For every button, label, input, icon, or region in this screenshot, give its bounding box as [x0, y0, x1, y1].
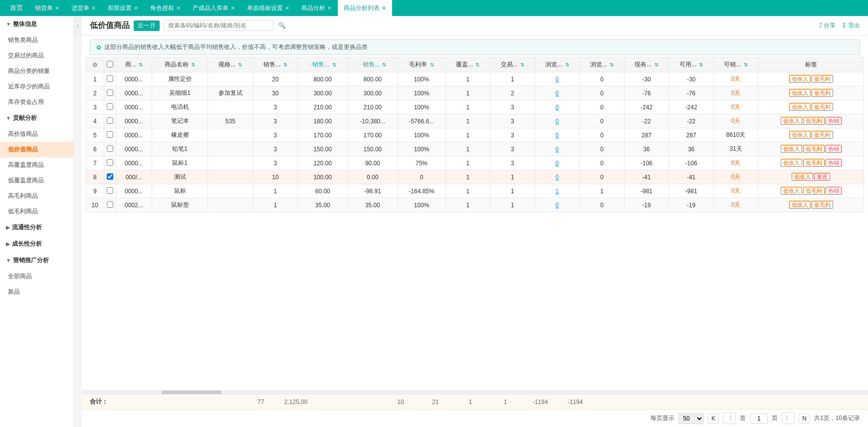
nav-sales[interactable]: 销货单 ✕	[29, 0, 65, 16]
sort-icon-spec[interactable]: ⇅	[238, 62, 242, 67]
view1-link[interactable]: 0	[556, 90, 559, 97]
row-checkbox[interactable]	[107, 89, 113, 96]
sort-icon-sale2[interactable]: ⇅	[332, 62, 336, 67]
view1-link[interactable]: 0	[556, 174, 559, 181]
cell-checkbox[interactable]	[104, 128, 116, 142]
sidebar-item-low-value[interactable]: 低价值商品	[0, 142, 73, 157]
sort-icon-sale3[interactable]: ⇅	[382, 62, 386, 67]
sidebar-group-growth[interactable]: ▶ 成长性分析	[0, 236, 73, 252]
nav-close-template[interactable]: ✕	[285, 5, 289, 11]
next-page-button[interactable]: 〉	[782, 413, 795, 424]
sidebar-item-low-stock[interactable]: 近库存少的商品	[0, 79, 73, 94]
sidebar-group-overall[interactable]: ▼ 整体信息	[0, 16, 73, 32]
cell-checkbox[interactable]	[104, 86, 116, 100]
cell-view1[interactable]: 0	[535, 128, 580, 142]
nav-close-analysis[interactable]: ✕	[327, 5, 332, 11]
cell-view1[interactable]: 0	[535, 156, 580, 170]
search-input[interactable]	[164, 20, 273, 31]
nav-close-purchase[interactable]: ✕	[91, 5, 96, 11]
cell-checkbox[interactable]	[104, 142, 116, 156]
row-checkbox[interactable]	[107, 131, 113, 138]
sidebar-item-high-coverage[interactable]: 高覆盖度商品	[0, 157, 73, 173]
nav-purchase[interactable]: 进货单 ✕	[65, 0, 102, 16]
nav-inventory[interactable]: 产成品入库单 ✕	[187, 0, 241, 16]
share-button[interactable]: ⤴ 分享	[819, 21, 836, 30]
sidebar-item-low-coverage[interactable]: 低覆盖度商品	[0, 173, 73, 188]
sort-icon-gross[interactable]: ⇅	[430, 62, 434, 67]
row-checkbox[interactable]	[107, 75, 113, 82]
cell-checkbox[interactable]	[104, 198, 116, 212]
nav-close-analysis-list[interactable]: ✕	[382, 5, 386, 11]
sidebar-collapse-button[interactable]: ‹	[74, 16, 82, 36]
nav-home[interactable]: 首页	[4, 0, 29, 16]
sidebar-group-marketing[interactable]: ▼ 营销推广分析	[0, 252, 73, 269]
view1-link[interactable]: 0	[556, 160, 559, 167]
sidebar-item-stock-funds[interactable]: 库存资金占用	[0, 94, 73, 110]
view1-link[interactable]: 0	[556, 104, 559, 111]
sort-icon-saleable[interactable]: ⇅	[744, 62, 748, 67]
cell-view1[interactable]: 1	[535, 184, 580, 198]
view1-link[interactable]: 1	[556, 188, 559, 195]
export-button[interactable]: ↧ 导出	[842, 21, 860, 30]
cell-view1[interactable]: 0	[535, 100, 580, 114]
sort-icon-view1[interactable]: ⇅	[565, 62, 569, 67]
sort-icon-trade[interactable]: ⇅	[520, 62, 524, 67]
cell-view1[interactable]: 0	[535, 86, 580, 100]
sort-icon-avail[interactable]: ⇅	[699, 62, 703, 67]
sidebar-group-contribution[interactable]: ▼ 贡献分析	[0, 110, 73, 126]
nav-permission[interactable]: 权限设置 ✕	[102, 0, 144, 16]
view1-link[interactable]: 0	[556, 118, 559, 125]
cell-view1[interactable]: 0	[535, 72, 580, 86]
view1-link[interactable]: 0	[556, 202, 559, 209]
row-checkbox[interactable]	[107, 159, 113, 166]
sidebar-item-traded[interactable]: 交易过的商品	[0, 48, 73, 63]
sidebar-item-new-products[interactable]: 新品	[0, 284, 73, 300]
cell-view1[interactable]: 0	[535, 142, 580, 156]
first-page-button[interactable]: K	[708, 414, 719, 424]
cell-checkbox[interactable]	[104, 156, 116, 170]
filter-button[interactable]: 近一月	[134, 20, 160, 31]
cell-checkbox[interactable]	[104, 114, 116, 128]
row-checkbox[interactable]	[107, 117, 113, 124]
nav-analysis[interactable]: 商品分析 ✕	[295, 0, 338, 16]
view1-link[interactable]: 0	[556, 146, 559, 153]
nav-role[interactable]: 角色授权 ✕	[144, 0, 187, 16]
cell-checkbox[interactable]	[104, 184, 116, 198]
row-checkbox[interactable]	[107, 173, 113, 180]
nav-close-role[interactable]: ✕	[176, 5, 181, 11]
sort-icon-view2[interactable]: ⇅	[610, 62, 614, 67]
nav-close-permission[interactable]: ✕	[134, 5, 138, 11]
cell-view1[interactable]: 0	[535, 198, 580, 212]
sort-icon-sale1[interactable]: ⇅	[283, 62, 287, 67]
sort-icon-code[interactable]: ⇅	[139, 62, 143, 67]
th-gear[interactable]: ⚙	[86, 57, 104, 72]
sidebar-item-low-margin[interactable]: 低毛利商品	[0, 204, 73, 219]
sidebar-item-high-margin[interactable]: 高毛利商品	[0, 188, 73, 204]
sidebar-item-sales-products[interactable]: 销售类商品	[0, 32, 73, 48]
page-number-input[interactable]	[750, 414, 768, 424]
view1-link[interactable]: 0	[556, 76, 559, 83]
view1-link[interactable]: 0	[556, 132, 559, 139]
cell-view1[interactable]: 0	[535, 114, 580, 128]
nav-analysis-list[interactable]: 商品分析列表 ✕	[338, 0, 392, 16]
cell-checkbox[interactable]	[104, 72, 116, 86]
row-checkbox[interactable]	[107, 187, 113, 194]
cell-view1[interactable]: 0	[535, 170, 580, 184]
gear-icon[interactable]: ⚙	[92, 61, 98, 68]
row-checkbox[interactable]	[107, 201, 113, 208]
nav-close-inventory[interactable]: ✕	[230, 5, 235, 11]
cell-checkbox[interactable]	[104, 100, 116, 114]
select-all-checkbox[interactable]	[107, 61, 113, 67]
sidebar-item-category-sales[interactable]: 商品分类的销量	[0, 63, 73, 79]
scrollbar-area[interactable]	[82, 390, 868, 394]
sort-icon-stock[interactable]: ⇅	[654, 62, 658, 67]
nav-close-sales[interactable]: ✕	[55, 5, 59, 11]
th-checkbox[interactable]	[104, 57, 116, 72]
sort-icon-name[interactable]: ⇅	[191, 62, 195, 67]
row-checkbox[interactable]	[107, 145, 113, 152]
cell-checkbox[interactable]	[104, 170, 116, 184]
per-page-select[interactable]: 50 100 200	[678, 413, 704, 424]
sidebar-item-high-value[interactable]: 高价值商品	[0, 126, 73, 142]
sidebar-item-all-products[interactable]: 全部商品	[0, 269, 73, 284]
last-page-button[interactable]: N	[799, 414, 810, 424]
